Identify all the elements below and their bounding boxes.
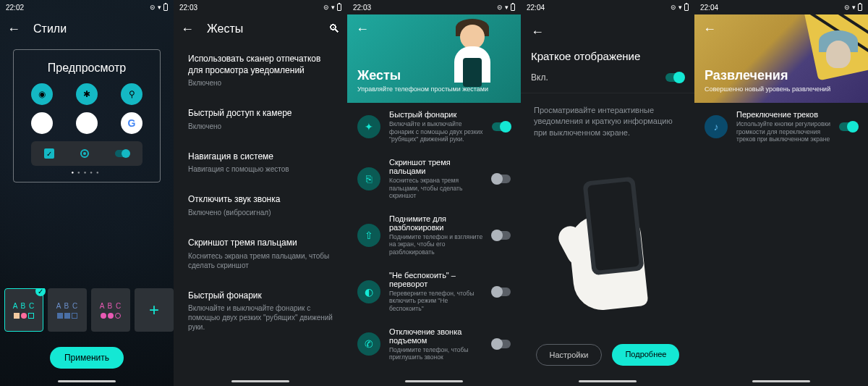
gesture-item[interactable]: ⎘ Скриншот тремя пальцами Коснитесь экра… xyxy=(347,151,521,207)
theme-list[interactable]: A B C Moto A B C Marine A B C Bloom+ xyxy=(4,288,174,332)
setting-item[interactable]: Навигация в системе Навигация с помощью … xyxy=(174,141,347,185)
setting-subtitle: Коснитесь экрана тремя пальцами, чтобы с… xyxy=(188,251,336,270)
theme-card-moto[interactable]: A B C Moto xyxy=(4,288,43,332)
controls-preview: ✓ xyxy=(31,141,142,166)
status-time: 22:02 xyxy=(6,4,24,12)
radio-icon xyxy=(80,149,89,158)
nav-handle[interactable] xyxy=(405,380,463,382)
setting-title: Навигация в системе xyxy=(188,151,336,163)
header: ← Стили xyxy=(0,14,174,43)
description-text: Просматривайте интерактивные уведомления… xyxy=(521,93,694,150)
theme-card-тема[interactable]: + Тема xyxy=(135,288,174,332)
screen-gestures-moto: 22:03 ⊝▾ ← Жесты Управляйте телефоном пр… xyxy=(347,0,521,386)
search-icon[interactable]: 🔍︎ xyxy=(328,22,340,35)
theme-card-marine[interactable]: A B C Marine xyxy=(48,288,87,332)
gesture-toggle[interactable] xyxy=(492,231,511,240)
theme-preview-shapes xyxy=(14,313,34,319)
setting-item[interactable]: Быстрый доступ к камере Включено xyxy=(174,98,347,141)
setting-item[interactable]: Использовать сканер отпечатков для просм… xyxy=(174,43,347,98)
status-time: 22:04 xyxy=(527,4,545,12)
back-icon[interactable]: ← xyxy=(356,22,369,37)
gesture-item[interactable]: ◐ "Не беспокоить" – переворот Перевернит… xyxy=(347,264,521,320)
item-toggle[interactable] xyxy=(839,122,858,131)
settings-list: Использовать сканер отпечатков для просм… xyxy=(174,43,347,342)
setting-subtitle: Включено xyxy=(188,78,336,88)
gesture-title: Скриншот тремя пальцами xyxy=(389,158,483,175)
back-icon[interactable]: ← xyxy=(531,25,544,39)
bluetooth-icon: ✱ xyxy=(76,83,98,105)
theme-preview-text: A B C xyxy=(100,302,122,310)
page-title: Жесты xyxy=(207,22,243,35)
hero-title: Жесты xyxy=(357,68,511,83)
preview-card: Предпросмотр ◉ ✱ ⚲ ▶ ✿ G ✓ ●●●●● xyxy=(13,49,161,182)
entertainment-item[interactable]: ♪ Переключение треков Используйте кнопки… xyxy=(694,103,868,151)
gesture-item[interactable]: ⇧ Поднимите для разблокировки Поднимите … xyxy=(347,207,521,264)
page-dots: ●●●●● xyxy=(20,170,154,175)
setting-subtitle: Включено (вибросигнал) xyxy=(188,208,336,217)
photos-icon: ✿ xyxy=(76,112,98,134)
status-icons: ⊝▾ xyxy=(150,4,168,11)
theme-preview-text: A B C xyxy=(56,302,79,310)
gesture-toggle[interactable] xyxy=(492,340,511,348)
toggle-icon xyxy=(115,150,129,157)
hero-subtitle: Совершенно новый уровень развлечений xyxy=(705,85,858,93)
apply-button[interactable]: Применить xyxy=(50,347,124,369)
nav-handle[interactable] xyxy=(579,380,637,382)
gesture-item[interactable]: ✦ Быстрый фонарик Включайте и выключайте… xyxy=(347,103,521,151)
hero-title: Развлечения xyxy=(705,68,858,83)
gesture-toggle[interactable] xyxy=(492,122,511,131)
nav-handle[interactable] xyxy=(752,380,810,382)
setting-item[interactable]: Быстрый фонарик Включайте и выключайте ф… xyxy=(174,280,347,343)
gesture-title: Быстрый фонарик xyxy=(389,110,483,119)
status-icons: ⊝▾ xyxy=(497,4,515,11)
nav-handle[interactable] xyxy=(231,380,289,382)
setting-title: Использовать сканер отпечатков для просм… xyxy=(188,54,336,76)
back-icon[interactable]: ← xyxy=(181,22,194,37)
status-bar: 22:04 ⊝▾ xyxy=(521,0,694,14)
location-icon: ⚲ xyxy=(121,83,142,105)
gesture-toggle[interactable] xyxy=(492,175,511,183)
screen-gestures-list: 22:03 ⊝▾ ← Жесты 🔍︎ Использовать сканер … xyxy=(174,0,347,386)
status-time: 22:03 xyxy=(353,4,371,12)
gesture-toggle[interactable] xyxy=(492,288,511,296)
nav-handle[interactable] xyxy=(58,380,116,382)
theme-preview-shapes xyxy=(57,313,77,319)
hero-subtitle: Управляйте телефоном простыми жестами xyxy=(357,85,511,93)
gesture-item[interactable]: ✆ Отключение звонка подъемом Поднимите т… xyxy=(347,320,521,369)
setting-subtitle: Включено xyxy=(188,122,336,131)
track-switch-icon: ♪ xyxy=(705,115,728,138)
screen-styles: 22:02 ⊝▾ ← Стили Предпросмотр ◉ ✱ ⚲ ▶ ✿ … xyxy=(0,0,174,386)
hero-banner: ← Развлечения Совершенно новый уровень р… xyxy=(694,14,868,103)
header: ← Краткое отображение xyxy=(521,14,694,62)
more-button[interactable]: Подробнее xyxy=(612,344,679,366)
theme-preview-shapes xyxy=(101,313,121,319)
gesture-icon: ⎘ xyxy=(357,167,380,190)
gesture-title: "Не беспокоить" – переворот xyxy=(389,271,483,288)
button-row: Настройки Подробнее xyxy=(521,344,694,366)
setting-subtitle: Навигация с помощью жестов xyxy=(188,164,336,174)
screen-entertainment: 22:04 ⊝▾ ← Развлечения Совершенно новый … xyxy=(694,0,868,386)
setting-title: Отключить звук звонка xyxy=(188,194,336,206)
hero-banner: ← Жесты Управляйте телефоном простыми же… xyxy=(347,14,521,103)
screen-peek-display: 22:04 ⊝▾ ← Краткое отображение Вкл. Прос… xyxy=(521,0,694,386)
master-toggle[interactable] xyxy=(665,73,684,82)
status-icons: ⊝▾ xyxy=(844,4,862,11)
google-icon: G xyxy=(121,112,142,134)
status-time: 22:04 xyxy=(700,4,718,12)
gesture-icon: ◐ xyxy=(357,280,380,303)
settings-button[interactable]: Настройки xyxy=(536,344,603,366)
qs-icon-row: ◉ ✱ ⚲ xyxy=(20,83,154,105)
status-icons: ⊝▾ xyxy=(323,4,341,11)
status-bar: 22:02 ⊝▾ xyxy=(0,0,174,14)
setting-item[interactable]: Отключить звук звонка Включено (вибросиг… xyxy=(174,184,347,227)
status-time: 22:03 xyxy=(179,4,197,12)
back-icon[interactable]: ← xyxy=(703,22,716,37)
setting-item[interactable]: Скриншот тремя пальцами Коснитесь экрана… xyxy=(174,227,347,280)
theme-card-bloom[interactable]: A B C Bloom xyxy=(91,288,130,332)
status-bar: 22:03 ⊝▾ xyxy=(174,0,347,14)
gesture-title: Отключение звонка подъемом xyxy=(389,327,483,345)
hand-phone-illustration xyxy=(550,164,665,309)
back-icon[interactable]: ← xyxy=(7,22,20,37)
status-bar: 22:03 ⊝▾ xyxy=(347,0,521,14)
theme-preview-text: A B C xyxy=(13,302,35,310)
